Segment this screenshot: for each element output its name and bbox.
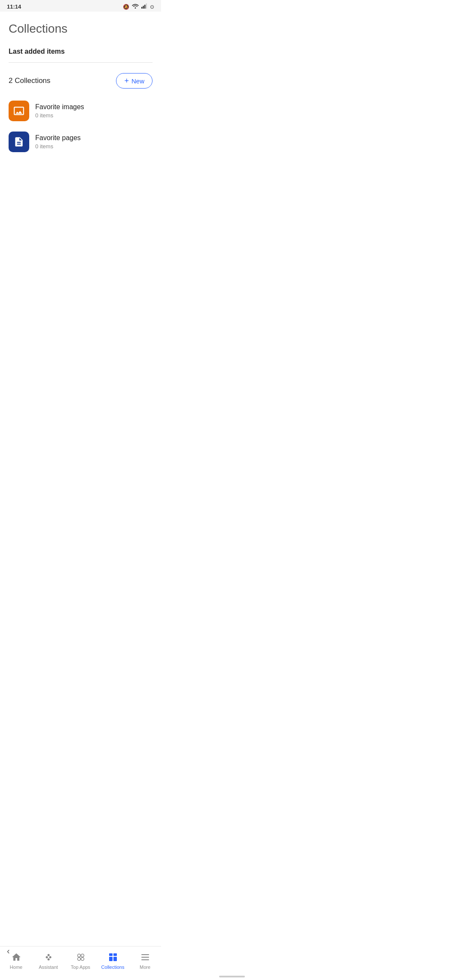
collections-count: 2 Collections — [9, 77, 50, 85]
signal-icon — [141, 3, 147, 10]
pages-icon — [13, 136, 24, 147]
last-added-section: Last added items — [0, 39, 161, 59]
target-icon: ⊙ — [150, 4, 154, 10]
plus-icon: + — [124, 77, 129, 85]
collection-list: Favorite images 0 items Favorite pages 0… — [0, 95, 161, 157]
collections-row: 2 Collections + New — [0, 66, 161, 95]
status-time: 11:14 — [7, 3, 21, 10]
collection-info-images: Favorite images 0 items — [35, 103, 84, 119]
new-collection-button[interactable]: + New — [116, 73, 153, 89]
collection-item-favorite-pages[interactable]: Favorite pages 0 items — [5, 126, 156, 157]
status-icons: 🔕 ⊙ — [123, 3, 154, 10]
section-divider — [9, 62, 153, 63]
collection-info-pages: Favorite pages 0 items — [35, 134, 81, 150]
collection-item-favorite-images[interactable]: Favorite images 0 items — [5, 95, 156, 126]
last-added-label: Last added items — [9, 48, 65, 55]
collection-name-pages: Favorite pages — [35, 134, 81, 142]
collection-icon-images — [9, 101, 29, 121]
svg-rect-3 — [144, 5, 146, 9]
new-button-label: New — [131, 77, 144, 85]
mute-icon: 🔕 — [123, 4, 129, 10]
svg-rect-1 — [141, 7, 143, 9]
collection-name-images: Favorite images — [35, 103, 84, 111]
svg-rect-4 — [146, 3, 147, 9]
collection-meta-pages: 0 items — [35, 143, 81, 150]
svg-point-0 — [135, 7, 136, 9]
page-header: Collections — [0, 12, 161, 39]
status-bar: 11:14 🔕 ⊙ — [0, 0, 161, 12]
wifi-icon — [132, 3, 139, 10]
svg-rect-2 — [143, 6, 144, 9]
image-icon — [13, 105, 24, 116]
page-title: Collections — [9, 22, 153, 36]
collection-icon-pages — [9, 132, 29, 152]
collection-meta-images: 0 items — [35, 112, 84, 119]
